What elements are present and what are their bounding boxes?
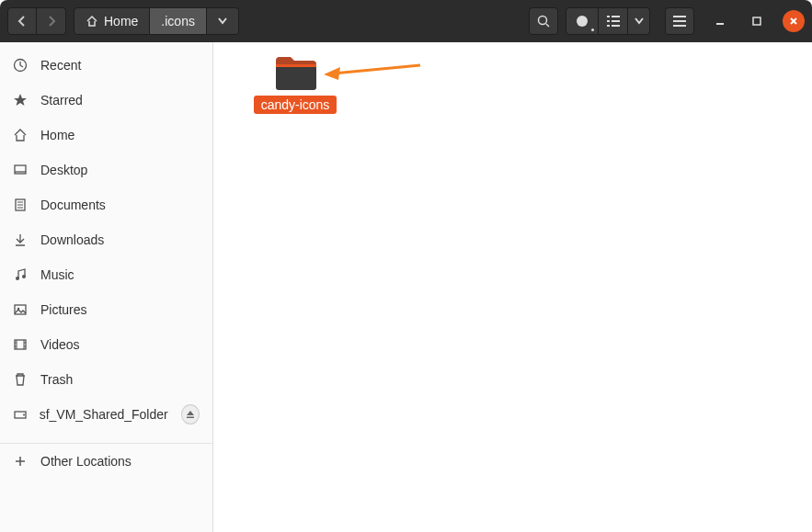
svg-rect-4 bbox=[612, 16, 620, 17]
sidebar-item-label: Videos bbox=[40, 337, 80, 352]
home-icon bbox=[13, 128, 28, 142]
view-list-button[interactable] bbox=[599, 7, 628, 35]
hamburger-menu-button[interactable] bbox=[665, 7, 694, 35]
minimize-icon bbox=[715, 17, 725, 26]
close-icon bbox=[789, 17, 798, 26]
sidebar-item-trash[interactable]: Trash bbox=[0, 362, 212, 397]
zoom-button[interactable] bbox=[566, 7, 599, 35]
search-button[interactable] bbox=[529, 7, 558, 35]
svg-point-0 bbox=[539, 17, 547, 25]
videos-icon bbox=[13, 337, 28, 352]
path-dropdown-button[interactable] bbox=[207, 7, 239, 35]
documents-icon bbox=[13, 198, 28, 212]
sidebar-item-music[interactable]: Music bbox=[0, 257, 212, 292]
sidebar-item-label: Documents bbox=[40, 198, 106, 212]
dot-icon bbox=[591, 28, 594, 31]
svg-point-23 bbox=[16, 277, 19, 280]
path-segment-home[interactable]: Home bbox=[74, 7, 150, 35]
sidebar-item-starred[interactable]: Starred bbox=[0, 83, 212, 118]
hamburger-icon bbox=[673, 16, 686, 27]
sidebar-item-label: Home bbox=[40, 128, 74, 142]
svg-point-2 bbox=[577, 16, 588, 27]
sidebar-item-shared-folder[interactable]: sf_VM_Shared_Folder bbox=[0, 397, 212, 432]
path-segment-current[interactable]: .icons bbox=[150, 7, 207, 35]
music-icon bbox=[13, 267, 28, 282]
svg-point-24 bbox=[22, 275, 26, 278]
sidebar-item-videos[interactable]: Videos bbox=[0, 327, 212, 362]
svg-rect-7 bbox=[607, 25, 610, 27]
forward-button[interactable] bbox=[37, 7, 66, 35]
svg-rect-3 bbox=[607, 16, 610, 17]
annotation-arrow bbox=[324, 61, 425, 83]
sidebar: Recent Starred Home Desktop Documents Do… bbox=[0, 42, 213, 532]
svg-rect-6 bbox=[612, 20, 620, 22]
sidebar-item-label: Other Locations bbox=[40, 454, 132, 469]
sidebar-item-label: sf_VM_Shared_Folder bbox=[40, 407, 168, 422]
folder-label: candy-icons bbox=[254, 96, 337, 114]
minimize-button[interactable] bbox=[709, 10, 731, 32]
sidebar-item-label: Downloads bbox=[40, 232, 104, 247]
svg-rect-13 bbox=[753, 17, 761, 25]
svg-point-35 bbox=[23, 414, 25, 416]
eject-icon bbox=[186, 410, 195, 419]
path-bar: Home .icons bbox=[74, 7, 239, 35]
svg-rect-5 bbox=[607, 20, 610, 22]
svg-rect-39 bbox=[276, 64, 316, 90]
svg-rect-8 bbox=[612, 25, 620, 27]
sidebar-item-other-locations[interactable]: Other Locations bbox=[0, 443, 212, 478]
home-icon bbox=[86, 15, 98, 28]
desktop-icon bbox=[13, 163, 28, 177]
plus-icon bbox=[13, 454, 28, 469]
maximize-icon bbox=[752, 17, 761, 26]
drive-icon bbox=[13, 407, 27, 422]
sidebar-item-label: Trash bbox=[40, 372, 73, 387]
maximize-button[interactable] bbox=[746, 10, 768, 32]
close-button[interactable] bbox=[783, 10, 805, 32]
view-dropdown-button[interactable] bbox=[628, 7, 650, 35]
svg-rect-36 bbox=[187, 417, 194, 419]
eject-button[interactable] bbox=[181, 404, 200, 424]
downloads-icon bbox=[13, 232, 28, 247]
sidebar-item-desktop[interactable]: Desktop bbox=[0, 153, 212, 187]
star-icon bbox=[13, 93, 28, 108]
svg-rect-25 bbox=[15, 305, 26, 314]
clock-icon bbox=[13, 58, 28, 73]
chevron-down-icon bbox=[218, 17, 227, 25]
sidebar-item-label: Music bbox=[40, 267, 74, 282]
sidebar-item-documents[interactable]: Documents bbox=[0, 187, 212, 222]
sidebar-item-label: Pictures bbox=[40, 302, 87, 317]
folder-item[interactable]: candy-icons bbox=[254, 53, 337, 114]
trash-icon bbox=[13, 372, 28, 387]
chevron-right-icon bbox=[47, 16, 56, 27]
sidebar-item-label: Recent bbox=[40, 58, 81, 73]
folder-icon bbox=[272, 53, 318, 92]
chevron-down-icon bbox=[635, 17, 644, 25]
sidebar-item-pictures[interactable]: Pictures bbox=[0, 292, 212, 327]
sidebar-item-recent[interactable]: Recent bbox=[0, 48, 212, 83]
list-icon bbox=[607, 16, 620, 27]
sidebar-item-label: Starred bbox=[40, 93, 83, 108]
pictures-icon bbox=[13, 302, 28, 317]
svg-line-1 bbox=[546, 24, 549, 27]
svg-rect-40 bbox=[276, 64, 316, 67]
path-label-home: Home bbox=[104, 14, 138, 28]
sidebar-item-downloads[interactable]: Downloads bbox=[0, 222, 212, 257]
chevron-left-icon bbox=[17, 16, 27, 27]
sidebar-item-home[interactable]: Home bbox=[0, 118, 212, 153]
sidebar-item-label: Desktop bbox=[40, 163, 87, 177]
back-button[interactable] bbox=[7, 7, 37, 35]
circle-icon bbox=[576, 15, 589, 28]
headerbar: Home .icons bbox=[0, 0, 812, 42]
svg-line-41 bbox=[333, 65, 420, 74]
search-icon bbox=[537, 15, 550, 28]
path-label-current: .icons bbox=[161, 14, 195, 28]
file-view[interactable]: candy-icons bbox=[213, 42, 812, 532]
